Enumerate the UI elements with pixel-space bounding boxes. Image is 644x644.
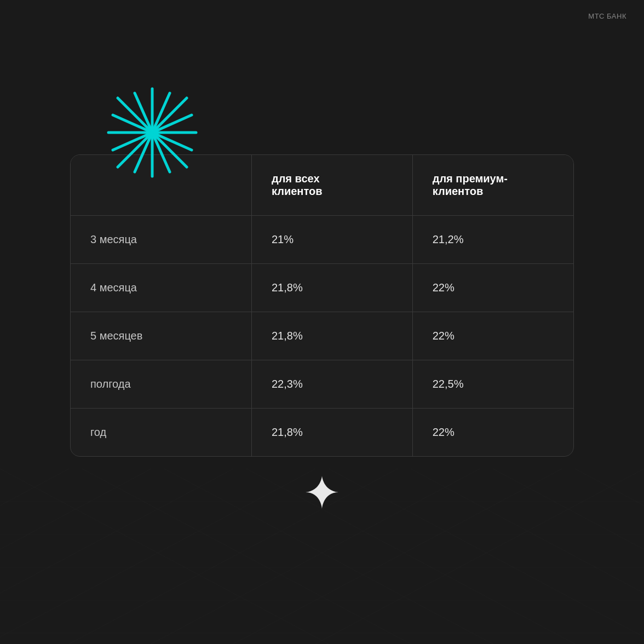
table-row: полгода22,3%22,5% [71, 360, 573, 409]
cell-all-rate: 21,8% [251, 409, 412, 457]
cell-all-rate: 21,8% [251, 312, 412, 360]
table-header-row: для всехклиентов для премиум-клиентов [71, 155, 573, 216]
svg-line-5 [0, 469, 329, 644]
table-row: год21,8%22% [71, 409, 573, 457]
table-row: 3 месяца21%21,2% [71, 216, 573, 264]
svg-line-16 [69, 469, 398, 644]
svg-line-19 [0, 469, 151, 644]
cell-premium-rate: 22,5% [412, 360, 573, 409]
cell-period: 3 месяца [71, 216, 251, 264]
svg-line-9 [329, 469, 644, 644]
star-small-icon [303, 473, 341, 511]
cell-period: полгода [71, 360, 251, 409]
background-grid [0, 469, 644, 644]
svg-line-17 [0, 469, 315, 644]
rates-table: для всехклиентов для премиум-клиентов 3 … [71, 155, 573, 456]
svg-line-7 [164, 469, 493, 644]
table-row: 5 месяцев21,8%22% [71, 312, 573, 360]
cell-period: год [71, 409, 251, 457]
svg-line-28 [113, 115, 192, 150]
svg-line-25 [113, 115, 192, 150]
rates-table-wrapper: для всехклиентов для премиум-клиентов 3 … [70, 154, 574, 457]
svg-line-10 [411, 469, 644, 644]
brand-label: МТС БАНК [588, 12, 626, 20]
svg-line-11 [493, 469, 644, 644]
svg-line-12 [575, 469, 644, 644]
cell-all-rate: 22,3% [251, 360, 412, 409]
cell-premium-rate: 22% [412, 312, 573, 360]
svg-line-8 [246, 469, 575, 644]
header-all-clients: для всехклиентов [251, 155, 412, 216]
svg-line-6 [82, 469, 411, 644]
svg-line-14 [233, 469, 562, 644]
cell-premium-rate: 22% [412, 409, 573, 457]
svg-line-15 [151, 469, 480, 644]
cell-premium-rate: 22% [412, 264, 573, 312]
cell-period: 5 месяцев [71, 312, 251, 360]
svg-line-18 [0, 469, 233, 644]
cell-all-rate: 21% [251, 216, 412, 264]
main-container: для всехклиентов для премиум-клиентов 3 … [70, 154, 574, 457]
cell-premium-rate: 21,2% [412, 216, 573, 264]
header-period [71, 155, 251, 216]
cell-period: 4 месяца [71, 264, 251, 312]
svg-line-13 [315, 469, 644, 644]
table-row: 4 месяца21,8%22% [71, 264, 573, 312]
header-premium-clients: для премиум-клиентов [412, 155, 573, 216]
svg-line-20 [0, 469, 69, 644]
cell-all-rate: 21,8% [251, 264, 412, 312]
